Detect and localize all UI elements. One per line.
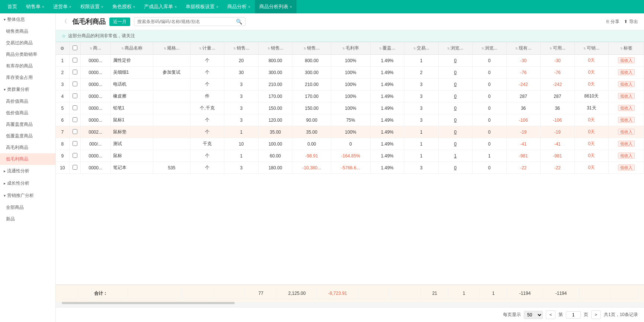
sidebar-group-liquidity[interactable]: ▸ 流通性分析 (0, 165, 55, 177)
col-sellable-days[interactable]: ⇅可销... (574, 42, 609, 55)
row-views1[interactable]: 0 (438, 90, 472, 102)
sidebar-item-new-products[interactable]: 新品 (0, 213, 55, 225)
row-views1[interactable]: 0 (438, 67, 472, 79)
row-checkbox[interactable] (69, 126, 80, 138)
search-input[interactable] (137, 19, 234, 24)
row-checkbox[interactable] (69, 55, 80, 67)
sidebar-item-high-margin[interactable]: 高毛利商品 (0, 142, 55, 153)
row-checkbox[interactable] (69, 102, 80, 114)
row-views1[interactable]: 0 (438, 55, 472, 67)
sidebar-item-low-margin[interactable]: 低毛利商品 (0, 153, 55, 165)
row-select-checkbox[interactable] (73, 153, 77, 158)
col-coverage[interactable]: ⇅覆盖... (370, 42, 404, 55)
nav-template-settings[interactable]: 单据模板设置 × (181, 0, 223, 13)
row-unit: 个 (190, 67, 224, 79)
row-checkbox[interactable] (69, 67, 80, 79)
nav-product-analysis-list[interactable]: 商品分析列表 × (255, 0, 297, 13)
nav-permissions[interactable]: 权限设置 × (76, 0, 108, 13)
nav-close-icon[interactable]: × (69, 5, 71, 9)
sidebar-group-growth[interactable]: ▸ 成长性分析 (0, 177, 55, 189)
nav-role-auth[interactable]: 角色授权 × (108, 0, 140, 13)
row-views1[interactable]: 0 (438, 114, 472, 126)
row-views1[interactable]: 1 (438, 150, 472, 162)
row-transactions: 3 (404, 102, 439, 114)
export-button[interactable]: ⬆ 导出 (624, 19, 638, 25)
period-button[interactable]: 近一月 (109, 17, 130, 26)
row-views1[interactable]: 0 (438, 162, 472, 174)
sidebar-collapse-button[interactable]: 《 (62, 18, 67, 25)
col-unit[interactable]: ⇅计量... (190, 42, 224, 55)
select-all-checkbox[interactable] (73, 45, 77, 50)
sidebar-item-high-value[interactable]: 高价值商品 (0, 96, 55, 107)
sidebar-item-category-sales-rate[interactable]: 商品分类助销率 (0, 49, 55, 60)
row-select-checkbox[interactable] (73, 129, 77, 134)
nav-close-icon[interactable]: × (248, 5, 250, 9)
prev-page-button[interactable]: ＜ (546, 310, 555, 319)
sidebar-item-all-products[interactable]: 全部商品 (0, 202, 55, 213)
col-transactions[interactable]: ⇅交易... (404, 42, 439, 55)
row-checkbox[interactable] (69, 90, 80, 102)
sidebar-group-overall[interactable]: ▾ 整体信息 (0, 13, 55, 26)
sidebar-item-traded-products[interactable]: 交易过的商品 (0, 37, 55, 49)
row-transactions: 3 (404, 162, 439, 174)
nav-product-storage[interactable]: 产成品入库单 × (140, 0, 181, 13)
col-spec[interactable]: ⇅规格... (153, 42, 190, 55)
col-tag[interactable]: ⇅标签 (609, 42, 644, 55)
sidebar-item-sales-products[interactable]: 销售类商品 (0, 26, 55, 37)
row-views1[interactable]: 0 (438, 138, 472, 150)
row-select-checkbox[interactable] (73, 117, 77, 122)
row-checkbox[interactable] (69, 79, 80, 90)
row-checkbox[interactable] (69, 162, 80, 174)
col-settings[interactable]: ⚙ (56, 42, 69, 55)
sidebar-item-stocked-products[interactable]: 有库存的商品 (0, 60, 55, 72)
col-gross-margin[interactable]: ⇅毛利率 (331, 42, 370, 55)
col-sales-qty[interactable]: ⇅销售... (224, 42, 259, 55)
nav-close-icon[interactable]: × (290, 5, 292, 9)
row-select-checkbox[interactable] (73, 165, 77, 170)
next-page-button[interactable]: ＞ (591, 310, 601, 319)
row-select-checkbox[interactable] (73, 93, 77, 98)
nav-sales-order[interactable]: 销售单 × (22, 0, 49, 13)
nav-purchase-order[interactable]: 进货单 × (49, 0, 76, 13)
sidebar-group-cluster[interactable]: ▾ 类群量分析 (0, 83, 55, 96)
nav-product-analysis[interactable]: 商品分析 × (223, 0, 255, 13)
col-sales-price[interactable]: ⇅销售... (258, 42, 292, 55)
nav-close-icon[interactable]: × (101, 5, 103, 9)
sidebar-item-low-value[interactable]: 低价值商品 (0, 107, 55, 119)
col-code[interactable]: ⇅商... (80, 42, 110, 55)
row-select-checkbox[interactable] (73, 70, 77, 74)
col-views1[interactable]: ⇅浏览... (438, 42, 472, 55)
sidebar-item-low-coverage[interactable]: 低覆盖度商品 (0, 130, 55, 142)
row-checkbox[interactable] (69, 114, 80, 126)
row-code: 0000... (80, 55, 110, 67)
row-views1[interactable]: 0 (438, 126, 472, 138)
row-checkbox[interactable] (69, 138, 80, 150)
share-button[interactable]: ⎘ 分享 (606, 19, 619, 25)
page-number-input[interactable] (566, 311, 581, 319)
sidebar-item-inventory-capital[interactable]: 库存资金占用 (0, 72, 55, 83)
sidebar-item-high-coverage[interactable]: 高覆盖度商品 (0, 119, 55, 130)
table-row: 9 0000... 鼠标 个 1 60.00 -98.91 -164.85% 1… (56, 150, 644, 162)
nav-close-icon[interactable]: × (42, 5, 44, 9)
row-select-checkbox[interactable] (73, 141, 77, 146)
col-current-stock[interactable]: ⇅现有... (506, 42, 541, 55)
per-page-select[interactable]: 50 20 100 (524, 311, 543, 319)
sidebar-group-marketing[interactable]: ▾ 营销推广分析 (0, 189, 55, 202)
col-views2[interactable]: ⇅浏览... (472, 42, 507, 55)
scrollbar-thumb[interactable] (62, 302, 235, 304)
col-available-stock[interactable]: ⇅可用... (541, 42, 575, 55)
row-select-checkbox[interactable] (73, 105, 77, 110)
nav-home[interactable]: 首页 (3, 0, 22, 13)
nav-close-icon[interactable]: × (133, 5, 135, 9)
col-name[interactable]: ⇅商品名称 (110, 42, 153, 55)
nav-close-icon[interactable]: × (174, 5, 177, 9)
totals-views2: 1 (480, 288, 507, 299)
row-views1[interactable]: 0 (438, 79, 472, 90)
row-select-checkbox[interactable] (73, 82, 77, 86)
row-views1[interactable]: 0 (438, 102, 472, 114)
row-select-checkbox[interactable] (73, 58, 77, 63)
col-sales-amount[interactable]: ⇅销售... (292, 42, 331, 55)
nav-close-icon[interactable]: × (216, 5, 218, 9)
row-checkbox[interactable] (69, 150, 80, 162)
horizontal-scrollbar[interactable] (62, 302, 638, 304)
